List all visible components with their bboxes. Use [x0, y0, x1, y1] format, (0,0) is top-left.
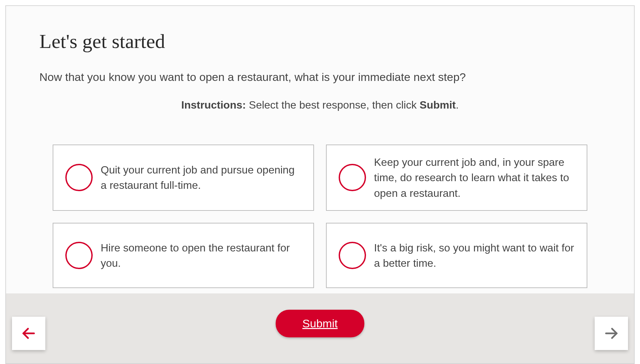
footer-bar: Submit [6, 293, 634, 363]
instructions-submit-word: Submit [420, 99, 456, 111]
instructions-before: Select the best response, then click [246, 99, 420, 111]
option-text: It's a big risk, so you might want to wa… [374, 240, 575, 271]
option-card-1[interactable]: Quit your current job and pursue opening… [53, 145, 314, 211]
option-text: Hire someone to open the restaurant for … [101, 240, 301, 271]
option-card-2[interactable]: Keep your current job and, in your spare… [326, 145, 587, 211]
arrow-right-icon [603, 325, 619, 341]
page-title: Let's get started [39, 30, 601, 53]
arrow-left-icon [21, 325, 37, 341]
radio-icon [339, 164, 366, 191]
question-text: Now that you know you want to open a res… [39, 70, 601, 85]
instructions-after: . [456, 99, 459, 111]
options-grid: Quit your current job and pursue opening… [39, 145, 601, 288]
radio-icon [65, 242, 93, 269]
option-card-4[interactable]: It's a big risk, so you might want to wa… [326, 223, 587, 288]
content-area: Let's get started Now that you know you … [6, 6, 634, 288]
radio-icon [65, 164, 93, 191]
quiz-frame: Let's get started Now that you know you … [5, 5, 635, 364]
instructions-label: Instructions: [181, 99, 246, 111]
option-text: Keep your current job and, in your spare… [374, 155, 575, 201]
next-button[interactable] [595, 317, 628, 350]
option-text: Quit your current job and pursue opening… [101, 162, 301, 193]
instructions-text: Instructions: Select the best response, … [39, 99, 601, 111]
submit-button[interactable]: Submit [276, 310, 364, 337]
option-card-3[interactable]: Hire someone to open the restaurant for … [53, 223, 314, 288]
prev-button[interactable] [12, 317, 45, 350]
radio-icon [339, 242, 366, 269]
